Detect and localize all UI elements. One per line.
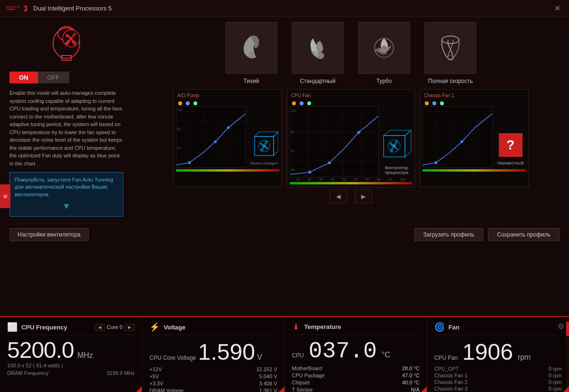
- voltage-row-label: +5V: [149, 374, 159, 379]
- description-text: Enable this mode will auto-manages compl…: [9, 89, 123, 167]
- temp-row-item: Chipset40.0 °C: [292, 380, 420, 385]
- svg-point-43: [308, 171, 311, 173]
- temp-row-label: T Sensor: [292, 387, 313, 392]
- corner-decoration-f: [563, 386, 569, 392]
- toggle-buttons: ON OFF: [9, 72, 66, 83]
- fan-rpm-label: Chassis Fan 2: [434, 379, 468, 385]
- svg-point-45: [358, 131, 360, 134]
- cpu-frequency-panel: ⬜ CPU Frequency ◄ Core 0 ► 5200.0 MHz 10…: [0, 317, 142, 392]
- voltage-row-item: +12V12.152 V: [149, 366, 277, 372]
- fan-rpm-value: 0 rpm: [549, 366, 562, 372]
- nav-arrows: ◄ ►: [133, 187, 569, 206]
- svg-point-26: [227, 126, 229, 129]
- fan-rpm-value: 0 rpm: [549, 386, 562, 392]
- voltage-row-value: 1.361 V: [259, 388, 277, 392]
- svg-text:GAMERS: GAMERS: [6, 8, 15, 10]
- aio-dot-green[interactable]: [193, 101, 197, 105]
- fan-charts-row: AIO Pump: [133, 89, 569, 187]
- voltage-row-item: DRAM Voltage1.361 V: [149, 388, 277, 392]
- aio-dot-orange[interactable]: [178, 101, 182, 105]
- fan-rpm-label: CPU_OPT: [434, 366, 459, 372]
- aio-dot-row: [176, 100, 279, 106]
- cpu-freq-title-row: ⬜ CPU Frequency ◄ Core 0 ►: [7, 322, 135, 335]
- title-bar: REPUBLIC OF GAMERS Dual Intelligent Proc…: [0, 0, 569, 17]
- cpu-fan-value: 1906: [462, 339, 513, 365]
- temp-row-value: 40.0 °C: [402, 380, 420, 385]
- cpu-temp-label: CPU: [292, 352, 304, 359]
- fan-title-row: 🌀 Fan: [434, 322, 562, 335]
- sidebar-toggle[interactable]: ≡: [0, 184, 10, 208]
- svg-marker-29: [274, 132, 278, 155]
- cpu-core-voltage-value: 1.590: [198, 339, 255, 365]
- cpu-dot-green[interactable]: [307, 101, 311, 105]
- fan-mode-standard-label: Стандартный: [300, 78, 336, 84]
- scroll-thumb: [566, 322, 569, 336]
- voltage-row-label: +12V: [149, 366, 162, 372]
- fan-rpm-row-item: Chassis Fan 30 rpm: [434, 386, 562, 392]
- fan-rpm-rows: CPU_OPT0 rpmChassis Fan 10 rpmChassis Fa…: [434, 366, 562, 392]
- aio-dot-blue[interactable]: [186, 101, 190, 105]
- scroll-indicator: [566, 317, 569, 392]
- fan-title: Fan: [449, 324, 459, 331]
- save-profile-button[interactable]: Сохранить профиль: [488, 228, 560, 241]
- chassis-color-bar: [422, 169, 526, 172]
- nav-prev-button[interactable]: ◄: [330, 190, 348, 204]
- fan-mode-max-label: Полная скорость: [428, 78, 473, 84]
- temp-row-label: MotherBoard: [292, 365, 322, 371]
- toggle-off-button[interactable]: OFF: [38, 72, 69, 83]
- temp-row-value: 28.0 °C: [402, 365, 420, 371]
- cpu-dot-blue[interactable]: [300, 101, 303, 105]
- toggle-on-button[interactable]: ON: [9, 72, 38, 83]
- voltage-row-value: 12.152 V: [256, 366, 277, 372]
- cpu-freq-value: 5200.0: [7, 337, 74, 363]
- fan-card-aio: AIO Pump: [173, 89, 282, 187]
- cpu-freq-sub: 100.0 x 52 ( 81.4 watts ): [7, 363, 135, 368]
- temp-row-item: CPU Package47.0 °C: [292, 373, 420, 378]
- fan-mode-turbo-label: Турбо: [376, 78, 392, 84]
- fan-mode-turbo[interactable]: Турбо: [353, 22, 415, 84]
- chassis-dot-green[interactable]: [440, 101, 444, 105]
- chassis-dot-blue[interactable]: [432, 101, 436, 105]
- svg-text:REPUBLIC OF: REPUBLIC OF: [6, 5, 20, 8]
- gear-icon[interactable]: ⚙: [558, 322, 564, 331]
- chassis-dot-orange[interactable]: [425, 101, 429, 105]
- voltage-row-item: +5V5.040 V: [149, 374, 277, 379]
- fan-mode-standard[interactable]: Стандартный: [287, 22, 349, 84]
- core-label: Core 0: [107, 324, 122, 330]
- rog-logo: REPUBLIC OF GAMERS: [5, 3, 28, 14]
- core-prev-btn[interactable]: ◄: [94, 324, 105, 331]
- core-next-btn[interactable]: ►: [124, 324, 135, 331]
- cpu-dot-orange[interactable]: [292, 101, 296, 105]
- voltage-title: Voltage: [164, 324, 185, 331]
- cpu-fan-unit: rpm: [518, 353, 531, 362]
- temp-row-label: Chipset: [292, 380, 310, 385]
- cpu-fan-label: Вентилятор процессора: [381, 165, 412, 175]
- nav-next-button[interactable]: ►: [355, 190, 373, 204]
- fan-modes-row: Тихий Стандартный: [133, 22, 569, 89]
- cpu-temp-row: CPU 037.0 °C: [292, 338, 420, 364]
- fan-settings-button[interactable]: Настройки вентилятора: [9, 228, 89, 241]
- svg-marker-47: [384, 130, 411, 136]
- fan-card-chassis: Chassis Fan 1: [420, 89, 529, 187]
- cpu-temp-unit: °C: [382, 351, 390, 359]
- fan-mode-quiet[interactable]: Тихий: [220, 22, 282, 84]
- fan-mode-max[interactable]: Полная скорость: [420, 22, 481, 84]
- window-title: Dual Intelligent Processors 5: [33, 5, 551, 12]
- load-profile-button[interactable]: Загрузить профиль: [414, 228, 484, 241]
- cpu-dot-row: [290, 100, 412, 106]
- cpu-temp-value: 037.0: [309, 338, 377, 364]
- left-panel: ON OFF Enable this mode will auto-manage…: [0, 17, 133, 224]
- main-container: ON OFF Enable this mode will auto-manage…: [0, 17, 569, 392]
- fan-rpm-value: 0 rpm: [549, 379, 562, 385]
- info-box-text: Пожалуйста, запустите Fan Auto Tunning д…: [15, 177, 113, 197]
- info-box-arrow[interactable]: ▼: [15, 201, 118, 212]
- temp-row-item: MotherBoard28.0 °C: [292, 365, 420, 371]
- close-button[interactable]: ✕: [551, 2, 564, 15]
- temp-icon: 🌡: [292, 322, 301, 332]
- voltage-panel: ⚡ Voltage CPU Core Voltage 1.590 V +12V1…: [142, 317, 284, 392]
- dram-freq-value: 3199.9 MHz: [107, 370, 135, 376]
- voltage-row-label: DRAM Voltage: [149, 388, 184, 392]
- unknown-fan-icon: ?: [499, 133, 523, 157]
- core-selector: ◄ Core 0 ►: [94, 324, 135, 331]
- fan-card-chassis-title: Chassis Fan 1: [422, 92, 526, 99]
